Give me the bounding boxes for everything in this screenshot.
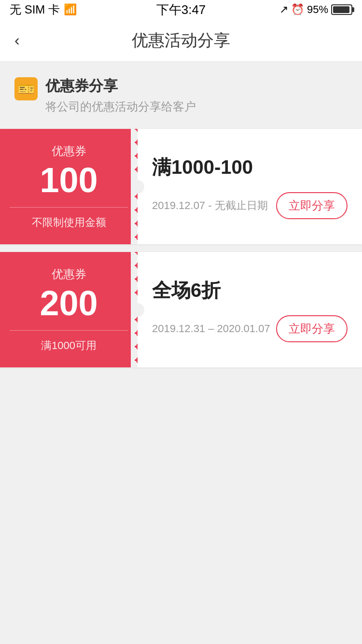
coupon-amount-2: 200 xyxy=(40,286,97,321)
alarm-icon: ⏰ xyxy=(291,3,304,16)
coupon-left-1: 优惠券 100 不限制使用金额 xyxy=(0,129,138,244)
back-button[interactable]: ‹ xyxy=(14,31,20,49)
location-icon: ↗ xyxy=(279,3,288,16)
status-time: 下午3:47 xyxy=(156,1,206,18)
coupon-amount-1: 100 xyxy=(40,163,97,197)
section-title: 优惠券分享 xyxy=(45,76,196,96)
section-subtitle: 将公司的优惠活动分享给客户 xyxy=(45,99,196,114)
coupon-label-2: 优惠券 xyxy=(52,266,86,282)
coupon-condition-2: 满1000可用 xyxy=(10,330,128,353)
coupons-list: 优惠券 100 不限制使用金额 满1000-100 2019.12.07 - 无… xyxy=(0,124,362,380)
section-text-group: 优惠券分享 将公司的优惠活动分享给客户 xyxy=(45,76,196,114)
section-header: 🎫 优惠券分享 将公司的优惠活动分享给客户 xyxy=(0,62,362,124)
battery-icon xyxy=(331,4,352,15)
coupon-section-icon: 🎫 xyxy=(14,77,38,100)
coupon-card-2: 优惠券 200 满1000可用 全场6折 2019.12.31 – 2020.0… xyxy=(0,252,362,367)
battery-text: 95% xyxy=(307,3,328,16)
coupon-name-2: 全场6折 xyxy=(152,277,348,304)
coupon-bottom-row-2: 2019.12.31 – 2020.01.07 立即分享 xyxy=(152,315,348,342)
coupon-condition-1: 不限制使用金额 xyxy=(10,207,128,230)
wifi-icon: 📶 xyxy=(64,3,77,16)
bottom-area xyxy=(0,380,362,644)
nav-bar: ‹ 优惠活动分享 xyxy=(0,19,362,62)
coupon-right-2: 全场6折 2019.12.31 – 2020.01.07 立即分享 xyxy=(138,252,362,367)
status-bar: 无 SIM 卡 📶 下午3:47 ↗ ⏰ 95% xyxy=(0,0,362,19)
coupon-left-2: 优惠券 200 满1000可用 xyxy=(0,252,138,367)
coupon-right-1: 满1000-100 2019.12.07 - 无截止日期 立即分享 xyxy=(138,129,362,244)
coupon-date-2: 2019.12.31 – 2020.01.07 xyxy=(152,322,270,335)
coupon-bottom-row-1: 2019.12.07 - 无截止日期 立即分享 xyxy=(152,192,348,219)
coupon-label-1: 优惠券 xyxy=(52,143,86,159)
coupon-card-1: 优惠券 100 不限制使用金额 满1000-100 2019.12.07 - 无… xyxy=(0,129,362,244)
coupon-name-1: 满1000-100 xyxy=(152,154,348,181)
status-left: 无 SIM 卡 📶 xyxy=(10,2,77,17)
page-title: 优惠活动分享 xyxy=(132,29,230,52)
carrier-text: 无 SIM 卡 xyxy=(10,2,60,17)
coupon-date-1: 2019.12.07 - 无截止日期 xyxy=(152,198,268,213)
share-button-2[interactable]: 立即分享 xyxy=(276,315,348,342)
share-button-1[interactable]: 立即分享 xyxy=(276,192,348,219)
status-right: ↗ ⏰ 95% xyxy=(279,3,352,16)
